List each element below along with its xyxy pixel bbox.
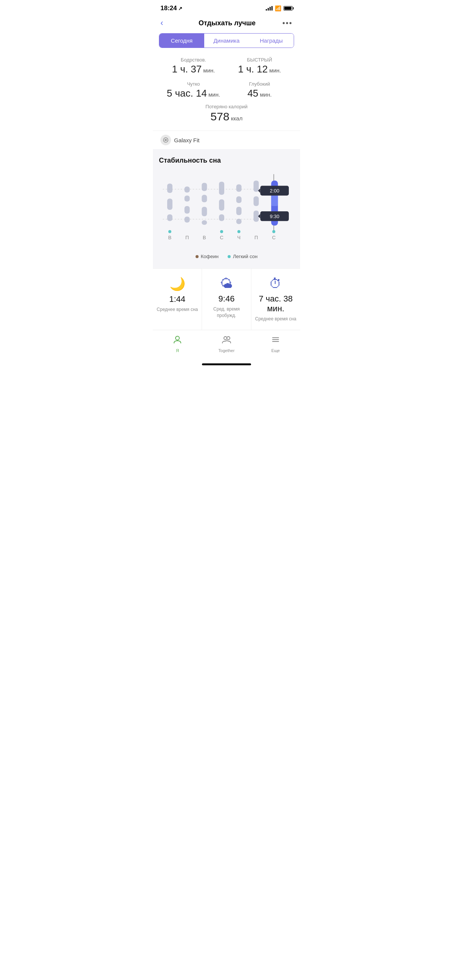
back-button[interactable]: ‹ — [160, 18, 172, 28]
together-icon — [222, 335, 231, 347]
svg-text:П: П — [185, 235, 189, 240]
svg-rect-13 — [202, 207, 207, 216]
awake-value: 1 ч. 37 мин. — [160, 64, 226, 75]
duration-icon: ⏱ — [254, 276, 297, 291]
svg-point-1 — [165, 140, 166, 141]
svg-rect-17 — [219, 214, 224, 221]
svg-rect-9 — [185, 206, 190, 213]
svg-rect-8 — [185, 196, 190, 202]
svg-text:В: В — [203, 235, 206, 240]
wifi-icon: 📶 — [275, 5, 281, 11]
me-label: Я — [176, 348, 179, 353]
light-value: 5 час. 14 мин. — [160, 88, 226, 99]
signal-bars — [266, 6, 273, 11]
tabs: Сегодня Динамика Награды — [159, 33, 294, 48]
svg-point-34 — [168, 230, 171, 233]
more-label: Еще — [271, 348, 280, 353]
svg-text:Ч: Ч — [238, 235, 241, 240]
svg-text:В: В — [168, 235, 172, 240]
bedtime-icon: 🌙 — [156, 276, 199, 291]
battery-icon — [284, 6, 293, 11]
nav-header: ‹ Отдыхать лучше ••• — [153, 14, 300, 33]
more-button[interactable]: ••• — [282, 19, 293, 27]
svg-rect-21 — [236, 219, 242, 224]
svg-point-37 — [272, 230, 275, 233]
bottom-nav: Я Together Еще — [153, 330, 300, 360]
stat-awake: Бодрствов. 1 ч. 37 мин. — [160, 57, 226, 75]
awake-label: Бодрствов. — [160, 57, 226, 63]
device-row: Galaxy Fit — [153, 130, 300, 149]
svg-text:П: П — [254, 235, 258, 240]
light-label: Чутко — [160, 81, 226, 87]
together-label: Together — [219, 348, 235, 353]
sleep-stability-section: Стабильность сна — [153, 149, 300, 268]
svg-rect-10 — [185, 216, 190, 223]
svg-rect-16 — [219, 199, 224, 210]
svg-point-47 — [227, 337, 230, 340]
stat-light: Чутко 5 час. 14 мин. — [160, 81, 226, 99]
bedtime-value: 1:44 — [156, 294, 199, 304]
deep-value: 45 мин. — [226, 88, 293, 99]
legend-caffeine: Кофеин — [196, 254, 219, 259]
svg-rect-5 — [167, 199, 172, 210]
nav-item-more[interactable]: Еще — [251, 335, 300, 353]
tab-rewards[interactable]: Награды — [249, 33, 294, 48]
svg-rect-18 — [236, 184, 242, 192]
status-time: 18:24 ↗ — [160, 5, 182, 12]
svg-rect-24 — [254, 210, 259, 222]
section-title: Стабильность сна — [159, 157, 294, 164]
deep-label: Глубокий — [226, 81, 293, 87]
chart-area: 2:00 9:30 В П В С Ч П С — [159, 172, 294, 249]
stat-calories: Потеряно калорий 578 ккал — [160, 104, 293, 123]
legend-caffeine-label: Кофеин — [201, 254, 219, 259]
page-title: Отдыхать лучше — [199, 19, 255, 27]
stat-deep: Глубокий 45 мин. — [226, 81, 293, 99]
svg-rect-22 — [254, 180, 259, 192]
tab-today[interactable]: Сегодня — [159, 33, 204, 48]
svg-rect-20 — [236, 207, 242, 215]
svg-point-36 — [238, 230, 241, 233]
duration-value: 7 час. 38 мин. — [254, 294, 297, 313]
wakeup-value: 9:46 — [205, 294, 248, 304]
device-icon — [160, 135, 171, 145]
sleep-card-bedtime: 🌙 1:44 Среднее время сна — [153, 269, 202, 330]
svg-rect-7 — [185, 186, 190, 192]
me-icon — [172, 335, 182, 347]
wakeup-label: Сред. время пробужд. — [205, 306, 248, 319]
sleep-cards: 🌙 1:44 Среднее время сна 🌤 9:46 Сред. вр… — [153, 268, 300, 330]
tab-dynamics[interactable]: Динамика — [204, 33, 249, 48]
rem-label: БЫСТРЫЙ — [226, 57, 293, 63]
svg-rect-23 — [254, 196, 259, 206]
svg-rect-4 — [167, 183, 172, 193]
sleep-card-duration: ⏱ 7 час. 38 мин. Среднее время сна — [251, 269, 300, 330]
status-icons: 📶 — [266, 5, 293, 11]
svg-point-45 — [175, 336, 179, 340]
more-nav-icon — [271, 335, 281, 347]
svg-rect-12 — [202, 195, 207, 202]
svg-rect-6 — [167, 214, 172, 221]
chart-legend: Кофеин Легкий сон — [159, 254, 294, 259]
svg-point-46 — [224, 337, 227, 340]
sleep-card-wakeup: 🌤 9:46 Сред. время пробужд. — [202, 269, 251, 330]
svg-text:9:30: 9:30 — [270, 213, 279, 219]
svg-rect-15 — [219, 181, 224, 195]
rem-value: 1 ч. 12 мин. — [226, 64, 293, 75]
location-icon: ↗ — [178, 6, 182, 11]
nav-item-together[interactable]: Together — [202, 335, 251, 353]
stats-grid: Бодрствов. 1 ч. 37 мин. БЫСТРЫЙ 1 ч. 12 … — [160, 57, 293, 99]
sleep-chart: 2:00 9:30 В П В С Ч П С — [159, 172, 294, 248]
nav-item-me[interactable]: Я — [153, 335, 202, 353]
svg-text:2:00: 2:00 — [270, 188, 279, 194]
stat-rem: БЫСТРЫЙ 1 ч. 12 мин. — [226, 57, 293, 75]
svg-text:С: С — [272, 235, 276, 240]
legend-light-sleep-label: Легкий сон — [233, 254, 257, 259]
calories-value: 578 ккал — [160, 110, 293, 123]
svg-text:С: С — [220, 235, 223, 240]
wakeup-icon: 🌤 — [205, 276, 248, 291]
status-bar: 18:24 ↗ 📶 — [153, 0, 300, 14]
svg-rect-19 — [236, 196, 242, 203]
bedtime-label: Среднее время сна — [156, 306, 199, 313]
device-name: Galaxy Fit — [174, 137, 200, 143]
svg-rect-14 — [202, 220, 207, 225]
calories-label: Потеряно калорий — [160, 104, 293, 110]
